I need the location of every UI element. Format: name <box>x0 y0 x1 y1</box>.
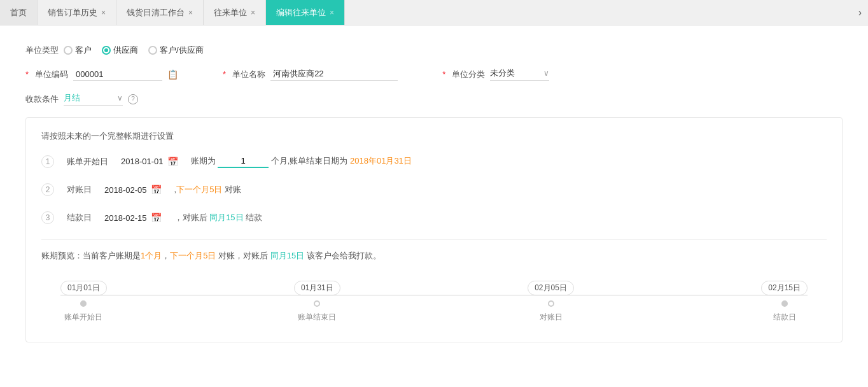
step-label-1: 账单开始日 <box>67 156 108 167</box>
timeline-dot-3 <box>781 300 788 307</box>
timeline-badge-0: 01月01日 <box>60 281 107 295</box>
tab-sales-order-history[interactable]: 销售订单历史 × <box>38 0 116 25</box>
step-desc-2: ,下一个月5日 对账 <box>174 184 241 195</box>
step-num-1: 1 <box>41 155 54 168</box>
close-tab-partner-units[interactable]: × <box>251 8 255 17</box>
unit-code-field: * 单位编码 📋 <box>25 68 178 81</box>
close-tab-sales-order-history[interactable]: × <box>101 8 106 17</box>
radio-customer-circle <box>64 46 73 55</box>
unit-name-required: * <box>223 69 226 79</box>
preview-prefix: 账期预览：当前客户账期是 <box>41 251 141 260</box>
timeline-item-2: 02月05日 对账日 <box>528 281 574 323</box>
timeline-item-3: 02月15日 结款日 <box>761 281 808 323</box>
timeline-label-3: 结款日 <box>773 312 796 323</box>
step-row-3: 3 结款日 2018-02-15 📅 ，对账后 同月15日 结款 <box>41 211 827 224</box>
timeline-dot-1 <box>314 300 320 307</box>
timeline: 01月01日 账单开始日 01月31日 账单结束日 <box>41 274 827 329</box>
step-num-2: 2 <box>41 183 54 196</box>
unit-category-label: 单位分类 <box>452 69 485 80</box>
radio-customer[interactable]: 客户 <box>64 45 92 56</box>
preview-middle1: ， <box>162 251 170 260</box>
unit-code-required: * <box>25 69 29 79</box>
tab-home[interactable]: 首页 <box>0 0 38 25</box>
tab-edit-partner-unit[interactable]: 编辑往来单位 × <box>266 0 345 25</box>
radio-supplier[interactable]: 供应商 <box>102 45 138 56</box>
payment-terms-label: 收款条件 <box>25 94 59 105</box>
step-row-2: 2 对账日 2018-02-05 📅 ,下一个月5日 对账 <box>41 183 827 196</box>
step-date-value-1: 2018-01-01 <box>121 157 164 166</box>
step-num-3: 3 <box>41 211 54 224</box>
timeline-dot-0 <box>80 300 87 307</box>
radio-customer-supplier[interactable]: 客户/供应商 <box>148 45 204 56</box>
timeline-label-2: 对账日 <box>540 312 563 323</box>
unit-name-input[interactable] <box>270 68 398 81</box>
step-date-value-3: 2018-02-15 <box>104 213 147 223</box>
radio-customer-label: 客户 <box>75 45 92 56</box>
radio-supplier-label: 供应商 <box>113 45 138 56</box>
timeline-badge-3: 02月15日 <box>761 281 808 295</box>
main-content: 单位类型 客户 供应商 客户/供应商 * 单位编码 <box>0 25 868 387</box>
preview-part2: 下一个月5日 <box>170 251 216 260</box>
tab-cash-ledger[interactable]: 钱货日清工作台 × <box>116 0 204 25</box>
unit-type-label: 单位类型 <box>25 45 59 56</box>
timeline-badge-1: 01月31日 <box>294 281 340 295</box>
step-calendar-icon-2[interactable]: 📅 <box>151 185 162 195</box>
step-desc-orange-2: 下一个月5日 <box>176 185 222 194</box>
step-desc-rest-2: 对账 <box>222 185 241 194</box>
step-date-3: 2018-02-15 📅 <box>104 213 162 223</box>
preview-text: 账期预览：当前客户账期是1个月，下一个月5日 对账，对账后 同月15日 该客户会… <box>41 250 827 262</box>
close-tab-edit-partner-unit[interactable]: × <box>330 8 334 17</box>
preview-middle2: 对账，对账后 <box>216 251 268 260</box>
unit-category-chevron: ∨ <box>543 69 549 78</box>
step-date-value-2: 2018-02-05 <box>104 185 147 195</box>
step-desc-suffix-1: 个月,账单结束日期为 <box>271 156 348 165</box>
step-label-2: 对账日 <box>67 184 92 195</box>
step-desc-rest-3: 结款 <box>246 213 262 222</box>
preview-section: 账期预览：当前客户账期是1个月，下一个月5日 对账，对账后 同月15日 该客户会… <box>41 239 827 329</box>
step-date-2: 2018-02-05 📅 <box>104 185 162 195</box>
unit-type-field: 单位类型 客户 供应商 客户/供应商 <box>25 45 204 56</box>
step-desc-1: 账期为 个月,账单结束日期为 2018年01月31日 <box>191 155 412 168</box>
timeline-badge-2: 02月05日 <box>528 281 574 295</box>
unit-category-value: 未分类 <box>490 67 541 79</box>
inner-card: 请按照未来的一个完整帐期进行设置 1 账单开始日 2018-01-01 📅 账期… <box>25 117 843 342</box>
step-desc-prefix-3: ，对账后 <box>174 213 207 222</box>
tab-partner-units[interactable]: 往来单位 × <box>204 0 266 25</box>
tab-more-button[interactable]: › <box>852 0 868 25</box>
timeline-date-3: 02月15日 <box>768 283 801 292</box>
payment-terms-select[interactable]: 月结 ∨ <box>64 92 123 106</box>
step-calendar-icon-1[interactable]: 📅 <box>167 157 178 167</box>
preview-part1: 1个月 <box>141 251 162 260</box>
period-input[interactable] <box>218 155 269 168</box>
unit-name-field: * 单位名称 <box>223 68 398 81</box>
timeline-items: 01月01日 账单开始日 01月31日 账单结束日 <box>60 281 808 323</box>
unit-name-label: 单位名称 <box>232 69 265 80</box>
unit-category-select[interactable]: 未分类 ∨ <box>490 67 549 81</box>
inner-card-title: 请按照未来的一个完整帐期进行设置 <box>41 130 827 142</box>
payment-terms-chevron: ∨ <box>117 94 123 102</box>
timeline-item-start: 01月01日 账单开始日 <box>60 281 107 323</box>
step-date-1: 2018-01-01 📅 <box>121 157 178 167</box>
step-calendar-icon-3[interactable]: 📅 <box>151 213 162 223</box>
payment-terms-value: 月结 <box>64 92 115 104</box>
step-desc-3: ，对账后 同月15日 结款 <box>174 212 263 223</box>
radio-customer-supplier-label: 客户/供应商 <box>160 45 204 56</box>
unit-type-radio-group: 客户 供应商 客户/供应商 <box>64 45 204 56</box>
payment-terms-field: 收款条件 月结 ∨ ? <box>25 92 138 106</box>
timeline-label-0: 账单开始日 <box>64 312 102 323</box>
step-desc-teal-3: 同月15日 <box>209 213 243 222</box>
timeline-item-1: 01月31日 账单结束日 <box>294 281 340 323</box>
payment-terms-help-icon[interactable]: ? <box>128 94 138 104</box>
close-tab-cash-ledger[interactable]: × <box>188 8 193 17</box>
unit-category-required: * <box>442 69 445 79</box>
unit-category-field: * 单位分类 未分类 ∨ <box>442 67 549 81</box>
timeline-label-1: 账单结束日 <box>298 312 336 323</box>
unit-code-input[interactable] <box>73 68 162 81</box>
timeline-date-2: 02月05日 <box>535 283 567 292</box>
unit-code-icon[interactable]: 📋 <box>167 69 178 80</box>
unit-code-label: 单位编码 <box>35 69 68 80</box>
step-desc-prefix-1: 账期为 <box>191 156 216 165</box>
radio-supplier-circle <box>102 46 111 55</box>
timeline-dot-2 <box>548 300 554 307</box>
step-end-date-1: 2018年01月31日 <box>350 156 412 165</box>
